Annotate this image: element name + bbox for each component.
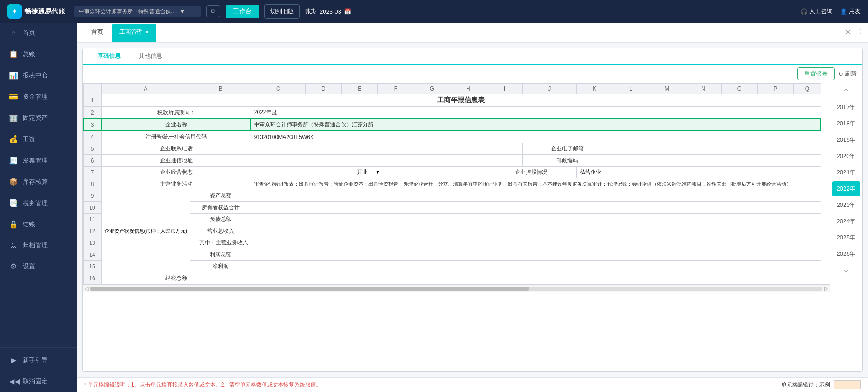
year-item-2024年[interactable]: 2024年: [832, 214, 860, 229]
tab-home[interactable]: 首页: [84, 24, 110, 42]
sidebar-item-payroll[interactable]: 💰工资: [0, 129, 77, 150]
refresh-button[interactable]: ↻ 刷新: [838, 70, 857, 78]
row6-postal[interactable]: [613, 155, 821, 167]
workbench-button[interactable]: 工作台: [226, 5, 259, 18]
row1-title[interactable]: 工商年报信息表: [101, 94, 821, 107]
sidebar-label-ledger: 总账: [23, 50, 35, 58]
col-header-l: L: [613, 84, 649, 94]
period-label: 账期: [305, 7, 317, 15]
sidebar-item-invoice[interactable]: 🧾发票管理: [0, 150, 77, 171]
row-num-9: 9: [83, 190, 101, 202]
row5-email[interactable]: [613, 143, 821, 155]
period-value: 2023-03: [320, 8, 341, 15]
table-row: 7 企业经营状态 开业 ▼ 企业控股情况 私营企业: [83, 167, 821, 178]
year-panel-up[interactable]: ⌃: [841, 85, 851, 99]
expand-icon[interactable]: ⛶: [854, 28, 861, 37]
row5-phone[interactable]: [251, 143, 522, 155]
sidebar-item-new-guide[interactable]: ▶ 新手引导: [0, 349, 77, 371]
col-header-m: M: [649, 84, 685, 94]
row9-group-label: 企业资产状况信息(币种：人民币万元): [101, 190, 190, 272]
row4-value[interactable]: 91320100MA208E5W6K: [251, 131, 821, 143]
year-item-2021年[interactable]: 2021年: [832, 165, 860, 180]
sidebar-item-report[interactable]: 📊报表中心: [0, 65, 77, 86]
row16-tax-value[interactable]: [251, 272, 821, 284]
user-icon: 👤: [840, 8, 847, 15]
year-item-2018年[interactable]: 2018年: [832, 116, 860, 131]
col-header-q: Q: [793, 84, 821, 94]
year-item-2026年[interactable]: 2026年: [832, 246, 860, 262]
copy-icon-btn[interactable]: ⧉: [206, 5, 220, 17]
sub-tab-basic[interactable]: 基础信息: [88, 48, 130, 65]
row2-value[interactable]: 2022年度: [251, 107, 821, 119]
row3-value[interactable]: 中审众环会计师事务所（特殊普通合伙）江苏分所: [251, 119, 821, 131]
sidebar-item-assets[interactable]: 🏢固定资产: [0, 107, 77, 129]
row6-postal-label: 邮政编码: [522, 155, 613, 167]
user-service-label: 人工咨询: [809, 7, 833, 15]
year-item-2023年[interactable]: 2023年: [832, 197, 860, 213]
row13-main-rev-value[interactable]: [251, 237, 821, 249]
year-panel-down[interactable]: ⌄: [841, 263, 851, 276]
sidebar-item-unpin[interactable]: ◀◀ 取消固定: [0, 371, 77, 392]
scroll-right-icon[interactable]: ▷: [824, 286, 828, 292]
sidebar-label-finance: 资金管理: [23, 93, 48, 101]
row6-address[interactable]: [251, 155, 522, 167]
user-service[interactable]: 🎧 人工咨询: [800, 7, 833, 15]
sidebar-divider: [0, 347, 77, 348]
scroll-left-icon[interactable]: ◁: [85, 286, 88, 292]
row14-profit-value[interactable]: [251, 249, 821, 261]
ledger-icon: 📋: [9, 50, 18, 58]
table-row: 5 企业联系电话 企业电子邮箱: [83, 143, 821, 155]
row11-debt-value[interactable]: [251, 214, 821, 225]
sidebar-item-finance[interactable]: 💳资金管理: [0, 86, 77, 107]
close-window-icon[interactable]: ✕: [845, 28, 851, 37]
user-avatar[interactable]: 👤 用友: [840, 7, 861, 15]
row7-hold-label: 企业控股情况: [486, 167, 576, 178]
row10-equity-label: 所有者权益合计: [190, 202, 251, 214]
row-num-5: 5: [83, 143, 101, 155]
calendar-icon[interactable]: 📅: [344, 8, 351, 15]
spreadsheet-scroll[interactable]: A B C D E F G H I J: [83, 83, 830, 371]
sidebar-item-archive[interactable]: 🗂归档管理: [0, 235, 77, 256]
payroll-icon: 💰: [9, 135, 18, 143]
row8-value[interactable]: 审查企业会计报表；出具审计报告；验证企业资本；出具验资报告；办理企业合开、分立、…: [251, 178, 821, 190]
row-num-6: 6: [83, 155, 101, 167]
table-row: 15 净利润: [83, 261, 821, 272]
row10-equity-value[interactable]: [251, 202, 821, 214]
col-header-k: K: [576, 84, 613, 94]
assets-icon: 🏢: [9, 114, 18, 122]
col-header-n: N: [685, 84, 721, 94]
new-guide-label: 新手引导: [23, 356, 48, 364]
year-item-2022年[interactable]: 2022年: [832, 181, 860, 196]
year-item-2025年[interactable]: 2025年: [832, 230, 860, 245]
sidebar-item-ledger[interactable]: 📋总账: [0, 43, 77, 65]
table-row: 8 主营业务活动 审查企业会计报表；出具审计报告；验证企业资本；出具验资报告；办…: [83, 178, 821, 190]
sidebar-item-home[interactable]: ⌂首页: [0, 23, 77, 43]
row9-asset-value[interactable]: [251, 190, 821, 202]
year-item-2019年[interactable]: 2019年: [832, 132, 860, 148]
year-item-2017年[interactable]: 2017年: [832, 100, 860, 115]
gongshang-tab-label: 工商管理: [119, 28, 143, 36]
row12-revenue-value[interactable]: [251, 225, 821, 237]
sidebar-item-close[interactable]: 🔒结账: [0, 214, 77, 235]
col-header-a: A: [101, 84, 190, 94]
sub-tab-other[interactable]: 其他信息: [130, 48, 171, 65]
horizontal-scroll-bar[interactable]: ◁ ▷: [83, 284, 830, 292]
main-layout: ⌂首页📋总账📊报表中心💳资金管理🏢固定资产💰工资🧾发票管理📦库存核算📑税务管理🔒…: [0, 23, 868, 392]
tax-icon: 📑: [9, 199, 18, 207]
tab-close-btn[interactable]: ×: [146, 29, 149, 35]
logo: ✦ 畅捷通易代账: [7, 4, 65, 19]
bottom-bar-right: 单元格编辑过：示例: [781, 380, 861, 389]
row7-status-value[interactable]: 开业 ▼: [251, 167, 486, 178]
switch-old-button[interactable]: 切到旧版: [264, 4, 300, 19]
row15-netprofit-value[interactable]: [251, 261, 821, 272]
table-row: 11 负债总额: [83, 214, 821, 225]
year-item-2020年[interactable]: 2020年: [832, 148, 860, 164]
sidebar-item-settings[interactable]: ⚙设置: [0, 256, 77, 277]
row7-hold-value[interactable]: 私营企业: [576, 167, 821, 178]
sidebar-item-tax[interactable]: 📑税务管理: [0, 192, 77, 214]
tab-gongshang[interactable]: 工商管理 ×: [112, 24, 156, 42]
reset-report-button[interactable]: 重置报表: [797, 67, 835, 80]
company-selector[interactable]: 中审众环会计师事务所（特殊普通合伙.... ▼: [74, 6, 201, 17]
sidebar-item-inventory[interactable]: 📦库存核算: [0, 171, 77, 192]
sidebar-label-invoice: 发票管理: [23, 157, 48, 165]
